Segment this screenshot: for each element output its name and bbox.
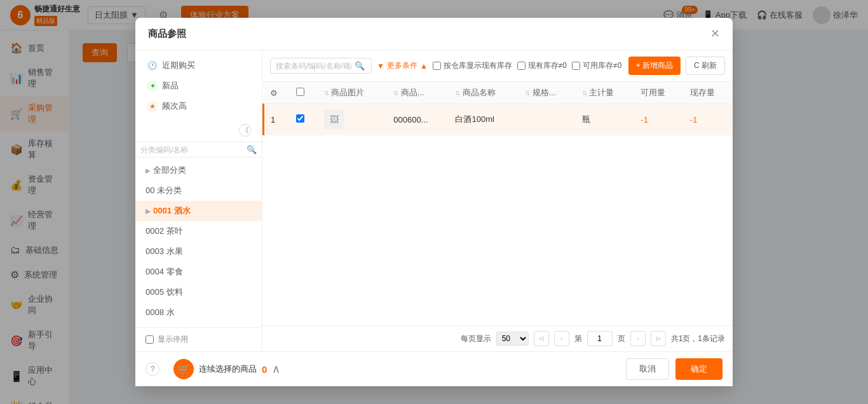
next-page-button[interactable]: › [630, 331, 646, 346]
cart-collapse-icon[interactable]: ∧ [272, 362, 280, 376]
td-name: 白酒100ml [449, 104, 519, 135]
page-size-select[interactable]: 50 10 20 100 [496, 332, 529, 346]
category-item-2[interactable]: 0002 茶叶 [135, 221, 262, 241]
table-header-row: ⚙ ⇅ 商品图片 ⇅ 商品... [264, 82, 733, 104]
cart-count: 0 [262, 364, 267, 375]
product-reference-modal: 商品参照 ✕ 🕐 近期购买 ✦ 新品 ★ 频次高 [135, 18, 733, 386]
td-available: -1 [634, 104, 683, 135]
td-stock: -1 [684, 104, 733, 135]
th-stock[interactable]: 现存量 [684, 82, 733, 104]
td-unit: 瓶 [576, 104, 635, 135]
sort-icon-img: ⇅ [324, 90, 329, 97]
category-item-5[interactable]: 0005 饮料 [135, 282, 262, 302]
product-search-input[interactable] [276, 62, 352, 71]
first-page-button[interactable]: ⊲ [534, 331, 549, 346]
prev-page-button[interactable]: ‹ [554, 331, 569, 346]
th-checkbox[interactable] [290, 82, 317, 104]
th-spec[interactable]: ⇅ 规格... [519, 82, 576, 104]
modal-left-panel: 🕐 近期购买 ✦ 新品 ★ 频次高 《 [135, 50, 262, 351]
modal-left-footer: 显示停用 [135, 327, 262, 351]
cart-area: 🛒 连续选择的商品 0 ∧ [173, 359, 280, 379]
category-item-3[interactable]: 0003 水果 [135, 241, 262, 262]
stock-neq-checkbox-input[interactable] [517, 62, 526, 70]
modal-right-panel: 🔍 ▼ 更多条件 ▲ 按仓库显示现有库存 现有库存≠0 [262, 50, 733, 351]
checkbox-warehouse[interactable]: 按仓库显示现有库存 [433, 60, 512, 71]
filter-icon: ▼ [377, 62, 384, 71]
warehouse-checkbox-input[interactable] [433, 62, 441, 70]
cancel-button[interactable]: 取消 [626, 358, 669, 380]
collapse-button[interactable]: 《 [239, 124, 252, 137]
td-code: 000600... [387, 104, 449, 135]
product-search-box: 🔍 [270, 58, 372, 74]
sort-icon-name: ⇅ [455, 90, 460, 97]
search-icon-toolbar[interactable]: 🔍 [355, 61, 365, 71]
category-item-6[interactable]: 0008 水 [135, 302, 262, 323]
td-spec [519, 104, 576, 135]
modal-header: 商品参照 ✕ [135, 18, 733, 50]
recent-icon: 🕐 [147, 60, 158, 71]
help-icon[interactable]: ? [146, 362, 159, 376]
total-info: 共1页，1条记录 [671, 333, 725, 344]
footer-actions: ? 🛒 连续选择的商品 0 ∧ [146, 359, 280, 379]
show-disabled-checkbox[interactable]: 显示停用 [146, 334, 252, 345]
quick-item-freq[interactable]: ★ 频次高 [140, 96, 257, 116]
modal-close-button[interactable]: ✕ [710, 27, 720, 41]
th-settings[interactable]: ⚙ [264, 82, 290, 104]
product-table-wrapper: ⚙ ⇅ 商品图片 ⇅ 商品... [262, 82, 733, 325]
category-item-7[interactable]: 0010 家电 [135, 323, 262, 327]
toolbar-right-buttons: + 新增商品 C 刷新 [628, 57, 725, 75]
checkbox-stock-neq[interactable]: 现有库存≠0 [517, 60, 567, 71]
category-item-0[interactable]: 00 未分类 [135, 180, 262, 201]
td-image: 🖼 [318, 104, 388, 135]
th-name[interactable]: ⇅ 商品名称 [449, 82, 519, 104]
settings-icon: ⚙ [270, 88, 278, 98]
quick-item-recent[interactable]: 🕐 近期购买 [140, 55, 257, 76]
select-all-checkbox[interactable] [296, 88, 304, 96]
modal-toolbar: 🔍 ▼ 更多条件 ▲ 按仓库显示现有库存 现有库存≠0 [262, 50, 733, 82]
disabled-checkbox-input[interactable] [146, 335, 154, 344]
category-search: 🔍 [135, 142, 262, 158]
page-number-input[interactable] [587, 331, 613, 346]
search-icon[interactable]: 🔍 [247, 145, 257, 154]
arrow-icon-1: ▶ [146, 208, 151, 215]
pagination: 每页显示 50 10 20 100 ⊲ ‹ 第 页 › ⊳ 共1页，1条记录 [262, 325, 733, 351]
arrow-icon: ▶ [146, 167, 151, 174]
product-image: 🖼 [324, 109, 344, 130]
checkbox-available-neq[interactable]: 可用库存≠0 [572, 60, 621, 71]
td-index: 1 [264, 104, 290, 135]
modal-title: 商品参照 [148, 28, 186, 40]
new-icon: ✦ [147, 80, 158, 91]
product-table: ⚙ ⇅ 商品图片 ⇅ 商品... [262, 82, 733, 135]
th-unit[interactable]: ⇅ 主计量 [576, 82, 635, 104]
th-available[interactable]: 可用量 [634, 82, 683, 104]
th-image[interactable]: ⇅ 商品图片 [318, 82, 388, 104]
sort-icon-spec: ⇅ [525, 90, 530, 97]
filter-collapse-icon: ▲ [420, 62, 428, 71]
category-item-all[interactable]: ▶ 全部分类 [135, 160, 262, 180]
last-page-button[interactable]: ⊳ [651, 331, 666, 346]
category-list: ▶ 全部分类 00 未分类 ▶ 0001 酒水 0002 茶叶 0003 水果 [135, 158, 262, 327]
row-checkbox[interactable] [296, 114, 304, 123]
confirm-button[interactable]: 确定 [675, 358, 722, 380]
table-row[interactable]: 1 🖼 000600... 白酒100ml 瓶 -1 -1 [264, 104, 733, 135]
modal-footer: ? 🛒 连续选择的商品 0 ∧ 取消 确定 [135, 351, 733, 386]
available-neq-checkbox-input[interactable] [572, 62, 580, 70]
quick-item-new[interactable]: ✦ 新品 [140, 76, 257, 96]
freq-icon: ★ [147, 100, 158, 112]
footer-right-buttons: 取消 确定 [626, 358, 722, 380]
quick-access-section: 🕐 近期购买 ✦ 新品 ★ 频次高 [135, 50, 262, 121]
modal-body: 🕐 近期购买 ✦ 新品 ★ 频次高 《 [135, 50, 733, 351]
add-product-button[interactable]: + 新增商品 [628, 57, 681, 75]
sort-icon-unit: ⇅ [582, 90, 587, 97]
cart-icon[interactable]: 🛒 [173, 359, 194, 379]
th-code[interactable]: ⇅ 商品... [387, 82, 449, 104]
modal-backdrop: 商品参照 ✕ 🕐 近期购买 ✦ 新品 ★ 频次高 [0, 0, 868, 404]
category-item-4[interactable]: 0004 零食 [135, 262, 262, 282]
td-checkbox[interactable] [290, 104, 317, 135]
category-search-input[interactable] [140, 145, 247, 154]
filter-button[interactable]: ▼ 更多条件 ▲ [377, 60, 428, 71]
sort-icon-code: ⇅ [393, 90, 398, 97]
refresh-button[interactable]: C 刷新 [686, 57, 725, 75]
category-item-1[interactable]: ▶ 0001 酒水 [135, 201, 262, 221]
